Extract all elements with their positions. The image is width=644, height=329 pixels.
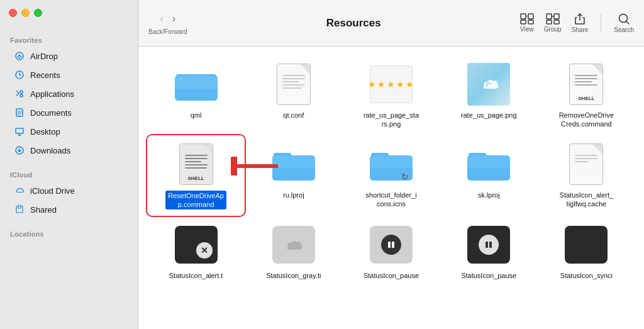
sidebar-item-airdrop-label: AirDrop bbox=[30, 52, 58, 61]
group-label: Group bbox=[544, 26, 562, 33]
file-item-rate-stars[interactable]: ★ ★ ★ ★ ★ rate_us_page_stars.png bbox=[343, 57, 438, 134]
file-name-status-pause: StatusIcon_pause bbox=[364, 271, 419, 280]
svg-rect-11 bbox=[521, 20, 526, 24]
svg-rect-33 bbox=[388, 242, 391, 248]
file-item-status-alert-t[interactable]: ✕ StatusIcon_alert.t bbox=[148, 217, 243, 285]
sidebar-item-recents[interactable]: Recents bbox=[4, 66, 134, 84]
close-button[interactable] bbox=[9, 9, 17, 17]
sidebar-item-recents-label: Recents bbox=[30, 70, 60, 80]
pause-svg-dark bbox=[484, 240, 494, 250]
toolbar: ‹ › Back/Forward Resources View bbox=[138, 0, 644, 47]
cloud-overlay bbox=[272, 226, 315, 264]
desktop-icon bbox=[14, 126, 25, 137]
search-icon bbox=[618, 13, 630, 25]
sidebar-item-icloud-label: iCloud Drive bbox=[30, 186, 75, 196]
share-icon bbox=[574, 13, 586, 25]
file-item-qtconf[interactable]: qt.conf bbox=[246, 57, 341, 134]
shell-remove-icon: SHELL bbox=[564, 62, 609, 107]
file-item-qml[interactable]: qml bbox=[148, 57, 243, 134]
sidebar-item-airdrop[interactable]: AirDrop bbox=[4, 47, 134, 65]
folder-svg bbox=[174, 65, 219, 103]
back-button[interactable]: ‹ bbox=[157, 11, 167, 27]
svg-rect-35 bbox=[486, 242, 488, 248]
folder-ru-icon bbox=[271, 142, 316, 187]
thumb-gray-icon bbox=[271, 222, 316, 267]
sidebar-item-documents[interactable]: Documents bbox=[4, 104, 134, 121]
thumb-dark-icon: ✕ bbox=[174, 222, 219, 267]
file-item-status-pause2[interactable]: StatusIcon_pause bbox=[441, 217, 536, 285]
pause-circle-light bbox=[479, 235, 499, 255]
sync-icon: ↻ bbox=[401, 172, 409, 182]
file-item-status-pause[interactable]: StatusIcon_pause bbox=[343, 217, 438, 285]
svg-rect-36 bbox=[489, 242, 492, 248]
share-label: Share bbox=[572, 26, 589, 33]
file-item-ru-lproj[interactable]: ru.lproj bbox=[246, 137, 341, 215]
file-item-status-alert-cache[interactable]: StatusIcon_alert_tiglfwq.cache bbox=[539, 137, 634, 215]
svg-point-1 bbox=[19, 57, 20, 59]
file-item-reset-drive[interactable]: SHELL ResetOneDriveApp.command bbox=[148, 137, 243, 215]
toolbar-separator bbox=[601, 14, 601, 33]
file-name-ru-lproj: ru.lproj bbox=[283, 191, 304, 199]
sidebar-item-shared[interactable]: Shared bbox=[4, 201, 134, 218]
search-action[interactable]: Search bbox=[614, 13, 634, 33]
file-grid: qml qt.conf bbox=[138, 47, 644, 329]
file-name-rate-page: rate_us_page.png bbox=[461, 111, 517, 120]
sidebar-item-applications[interactable]: Applications bbox=[4, 85, 134, 103]
file-name-qml: qml bbox=[191, 111, 202, 120]
toolbar-title: Resources bbox=[195, 17, 513, 30]
sidebar-item-shared-label: Shared bbox=[30, 205, 57, 215]
svg-rect-3 bbox=[20, 94, 23, 97]
group-action[interactable]: Group bbox=[544, 13, 562, 33]
icloud-icon bbox=[14, 185, 25, 196]
applications-icon bbox=[14, 88, 25, 99]
favorites-section-label: Favorites bbox=[0, 31, 138, 47]
group-icon bbox=[546, 13, 560, 25]
folder-svg bbox=[466, 145, 511, 183]
file-name-qtconf: qt.conf bbox=[283, 111, 304, 120]
sidebar-item-desktop-label: Desktop bbox=[30, 127, 60, 137]
forward-button[interactable]: › bbox=[169, 11, 179, 27]
documents-icon bbox=[14, 107, 25, 118]
view-label: View bbox=[520, 26, 534, 33]
rate-stars-icon: ★ ★ ★ ★ ★ bbox=[369, 62, 414, 107]
folder-svg bbox=[271, 145, 316, 183]
sidebar-item-downloads[interactable]: Downloads bbox=[4, 142, 134, 159]
file-item-status-synci[interactable]: StatusIcon_synci bbox=[539, 217, 634, 285]
rate-page-icon bbox=[466, 62, 511, 107]
folder-qml-icon bbox=[174, 62, 219, 107]
file-name-shortcut-folder: shortcut_folder_icons.icns bbox=[365, 191, 416, 209]
svg-rect-10 bbox=[528, 14, 533, 19]
traffic-lights bbox=[9, 9, 42, 17]
file-name-status-gray: StatusIcon_gray.ti bbox=[266, 271, 321, 280]
view-action[interactable]: View bbox=[520, 13, 534, 33]
file-item-sk-lproj[interactable]: sk.lproj bbox=[441, 137, 536, 215]
sidebar-item-documents-label: Documents bbox=[30, 108, 72, 118]
svg-rect-21 bbox=[175, 76, 218, 89]
minimize-button[interactable] bbox=[21, 9, 30, 17]
back-forward-group: ‹ › Back/Forward bbox=[148, 11, 187, 35]
sidebar-item-applications-label: Applications bbox=[30, 89, 74, 99]
file-name-status-synci: StatusIcon_synci bbox=[560, 271, 613, 280]
pause-circle bbox=[381, 235, 401, 255]
folder-shortcut-icon: ↻ bbox=[369, 142, 414, 187]
thumb-pause2-icon bbox=[466, 222, 511, 267]
file-item-rate-page[interactable]: rate_us_page.png bbox=[441, 57, 536, 134]
sidebar: Favorites AirDrop Recents bbox=[0, 0, 138, 329]
share-action[interactable]: Share bbox=[572, 13, 589, 33]
svg-rect-15 bbox=[547, 20, 552, 24]
file-item-shortcut-folder[interactable]: ↻ shortcut_folder_icons.icns bbox=[343, 137, 438, 215]
sidebar-item-icloud-drive[interactable]: iCloud Drive bbox=[4, 182, 134, 199]
maximize-button[interactable] bbox=[34, 9, 42, 17]
doc-status-cache-icon bbox=[564, 142, 609, 187]
file-item-status-gray[interactable]: StatusIcon_gray.ti bbox=[246, 217, 341, 285]
recents-icon bbox=[14, 69, 25, 81]
file-item-remove-creds[interactable]: SHELL RemoveOneDriveCreds.command bbox=[539, 57, 634, 134]
sidebar-item-desktop[interactable]: Desktop bbox=[4, 123, 134, 140]
svg-rect-12 bbox=[528, 20, 533, 24]
stars-display: ★ ★ ★ ★ ★ bbox=[368, 79, 414, 89]
view-icon bbox=[520, 13, 534, 25]
svg-rect-8 bbox=[18, 205, 21, 208]
svg-rect-32 bbox=[467, 156, 510, 167]
sidebar-item-downloads-label: Downloads bbox=[30, 146, 70, 155]
svg-rect-4 bbox=[20, 91, 23, 93]
